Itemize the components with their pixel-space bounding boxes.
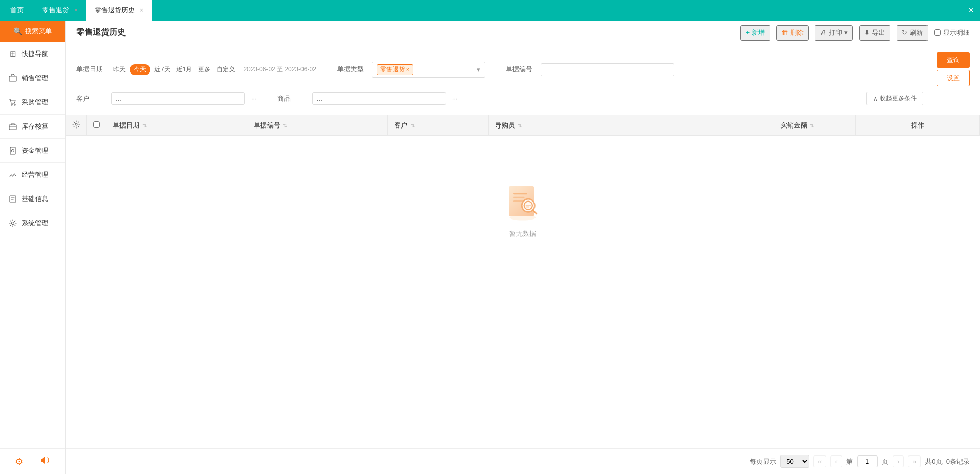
tab-retail-return-close[interactable]: × xyxy=(74,7,78,14)
header-actions: + 新增 🗑 删除 🖨 打印 ▾ ⬇ 导出 ↻ 刷新 xyxy=(740,25,970,41)
bill-type-dropdown-icon[interactable]: ▾ xyxy=(477,66,480,74)
th-bill-no-label: 单据编号 xyxy=(254,121,280,129)
select-all-checkbox[interactable] xyxy=(93,121,100,128)
sidebar-item-finance[interactable]: 资金管理 xyxy=(0,139,65,163)
customer-label: 客户 xyxy=(76,94,107,103)
sidebar-item-label: 采购管理 xyxy=(22,98,48,107)
th-checkbox[interactable] xyxy=(87,115,106,136)
table-body: 暂无数据 xyxy=(66,136,980,280)
tab-retail-return[interactable]: 零售退货 × xyxy=(34,0,86,21)
print-button[interactable]: 🖨 打印 ▾ xyxy=(815,25,853,41)
bill-type-select[interactable]: 零售退货 × ▾ xyxy=(372,62,485,78)
sales-icon xyxy=(8,74,17,83)
svg-rect-12 xyxy=(513,193,527,195)
show-detail-checkbox-label: 显示明细 xyxy=(934,28,970,38)
svg-rect-6 xyxy=(10,196,16,202)
operation-icon xyxy=(8,170,17,179)
collapse-button[interactable]: ∧ 收起更多条件 xyxy=(866,92,923,105)
bill-no-input[interactable] xyxy=(541,63,674,76)
main-layout: 🔍 搜索菜单 ⊞ 快捷导航 销售管理 采购管理 xyxy=(0,21,980,474)
th-amount[interactable]: 实销金额 ⇅ xyxy=(609,115,856,136)
system-icon xyxy=(8,218,17,228)
sidebar-item-label: 库存核算 xyxy=(22,122,48,131)
date-today[interactable]: 今天 xyxy=(130,64,150,75)
th-guide[interactable]: 导购员 ⇅ xyxy=(488,115,609,136)
query-button[interactable]: 查询 xyxy=(937,52,970,68)
window-close-icon[interactable]: × xyxy=(968,5,974,16)
empty-text: 暂无数据 xyxy=(509,229,536,239)
svg-rect-13 xyxy=(513,197,525,198)
print-icon: 🖨 xyxy=(820,29,827,37)
th-settings[interactable] xyxy=(66,115,87,136)
total-info: 共0页, 0条记录 xyxy=(925,457,970,466)
prev-page-button[interactable]: ‹ xyxy=(830,455,842,467)
top-bar-right: × xyxy=(962,5,980,16)
settings-gear-icon[interactable]: ⚙ xyxy=(15,456,23,467)
delete-icon: 🗑 xyxy=(781,29,788,37)
export-button[interactable]: ⬇ 导出 xyxy=(859,25,890,41)
page-label: 第 xyxy=(846,457,853,466)
date-7days[interactable]: 近7天 xyxy=(152,64,172,75)
th-customer[interactable]: 客户 ⇅ xyxy=(388,115,488,136)
sidebar-item-system[interactable]: 系统管理 xyxy=(0,211,65,235)
speaker-icon[interactable] xyxy=(40,455,50,468)
customer-input[interactable] xyxy=(111,92,245,105)
tab-retail-return-history-close[interactable]: × xyxy=(140,7,144,14)
last-page-button[interactable]: » xyxy=(908,455,921,467)
th-op: 操作 xyxy=(856,115,980,136)
search-menu-button[interactable]: 🔍 搜索菜单 xyxy=(0,21,65,42)
tab-home[interactable]: 首页 xyxy=(0,0,34,21)
date-filter: 单据日期 昨天 今天 近7天 近1月 更多 自定义 2023-06-02 至 2… xyxy=(76,64,316,75)
svg-rect-0 xyxy=(9,76,16,81)
sidebar-item-operation[interactable]: 经营管理 xyxy=(0,163,65,187)
goods-input[interactable] xyxy=(312,92,446,105)
bill-no-label: 单据编号 xyxy=(506,65,537,74)
customer-search-icon[interactable]: ··· xyxy=(251,95,257,102)
th-date-label: 单据日期 xyxy=(113,121,139,129)
page-unit: 页 xyxy=(882,457,888,466)
sidebar-item-basic-info[interactable]: 基础信息 xyxy=(0,187,65,211)
tab-retail-return-history[interactable]: 零售退货历史 × xyxy=(86,0,152,21)
date-more[interactable]: 更多 xyxy=(196,64,212,75)
setting-button[interactable]: 设置 xyxy=(937,70,970,86)
date-custom[interactable]: 自定义 xyxy=(215,64,237,75)
delete-button[interactable]: 🗑 删除 xyxy=(776,25,809,41)
sidebar-item-label: 销售管理 xyxy=(22,74,48,83)
show-detail-checkbox[interactable] xyxy=(934,29,941,36)
page-number-input[interactable] xyxy=(857,455,878,467)
sidebar: 🔍 搜索菜单 ⊞ 快捷导航 销售管理 采购管理 xyxy=(0,21,66,474)
svg-rect-4 xyxy=(10,147,15,154)
refresh-button[interactable]: ↻ 刷新 xyxy=(897,25,928,41)
collapse-label: 收起更多条件 xyxy=(880,94,917,103)
content-header: 零售退货历史 + 新增 🗑 删除 🖨 打印 ▾ ⬇ 导出 xyxy=(66,21,980,45)
sidebar-item-quick-nav[interactable]: ⊞ 快捷导航 xyxy=(0,42,65,66)
svg-point-1 xyxy=(11,104,12,105)
date-yesterday[interactable]: 昨天 xyxy=(111,64,128,75)
empty-state-row: 暂无数据 xyxy=(66,136,980,280)
collapse-icon: ∧ xyxy=(873,95,878,102)
th-bill-no-sort-icon: ⇅ xyxy=(283,123,287,129)
date-1month[interactable]: 近1月 xyxy=(174,64,194,75)
th-bill-no[interactable]: 单据编号 ⇅ xyxy=(247,115,388,136)
next-page-button[interactable]: › xyxy=(893,455,904,467)
sidebar-item-label: 基础信息 xyxy=(22,194,48,204)
per-page-select[interactable]: 10 20 50 100 xyxy=(780,455,809,468)
sidebar-item-sales-mgmt[interactable]: 销售管理 xyxy=(0,66,65,90)
th-date[interactable]: 单据日期 ⇅ xyxy=(106,115,247,136)
date-shortcuts: 昨天 今天 近7天 近1月 更多 自定义 xyxy=(111,64,237,75)
bill-type-tag-close[interactable]: × xyxy=(406,66,409,72)
sidebar-bottom: ⚙ xyxy=(0,448,65,474)
add-icon: + xyxy=(745,29,750,37)
quick-nav-icon: ⊞ xyxy=(8,49,17,59)
page-title: 零售退货历史 xyxy=(76,27,126,38)
first-page-button[interactable]: « xyxy=(813,455,826,467)
sidebar-item-label: 快捷导航 xyxy=(22,49,48,59)
sidebar-item-inventory[interactable]: 库存核算 xyxy=(0,115,65,139)
delete-label: 删除 xyxy=(790,28,804,38)
add-button[interactable]: + 新增 xyxy=(740,25,770,41)
filter-area: 单据日期 昨天 今天 近7天 近1月 更多 自定义 2023-06-02 至 2… xyxy=(66,45,980,115)
sidebar-item-purchase-mgmt[interactable]: 采购管理 xyxy=(0,90,65,115)
goods-search-icon[interactable]: ··· xyxy=(452,95,458,102)
top-bar: 首页 零售退货 × 零售退货历史 × × xyxy=(0,0,980,21)
basic-info-icon xyxy=(8,194,17,204)
